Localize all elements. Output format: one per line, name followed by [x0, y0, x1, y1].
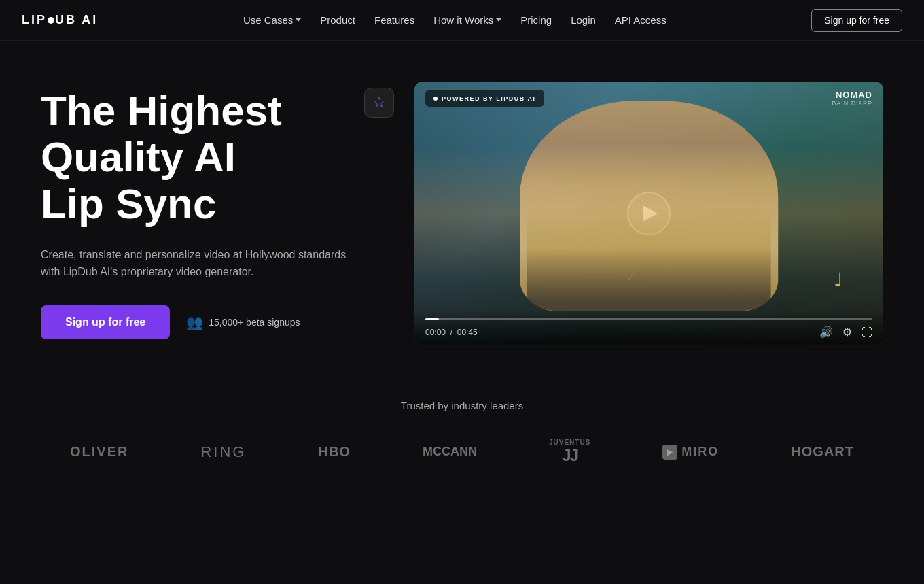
video-controls-right: 🔊 ⚙ ⛶ [819, 326, 872, 339]
video-controls: 00:00 / 00:45 🔊 ⚙ ⛶ [414, 310, 883, 345]
people-icon: 👥 [186, 314, 203, 330]
hero-cta-row: Sign up for free 👥 15,000+ beta signups [41, 305, 367, 339]
hero-section: The Highest Quality AI Lip Sync Create, … [0, 41, 924, 373]
brand-miro: ▶ miro [633, 445, 748, 460]
chevron-down-icon [496, 18, 501, 22]
nav-item-pricing[interactable]: Pricing [520, 14, 552, 26]
miro-icon: ▶ [662, 445, 677, 460]
star-icon: ☆ [372, 94, 386, 111]
brand-mccann: McCANN [393, 445, 506, 459]
brand-hogart: HOGART [762, 444, 883, 460]
video-background [414, 82, 883, 345]
signups-badge: 👥 15,000+ beta signups [186, 314, 300, 330]
nav-item-features[interactable]: Features [374, 14, 414, 26]
video-jacket-area [527, 206, 771, 311]
nav-item-how-it-works[interactable]: How it Works [433, 14, 501, 26]
hero-title: The Highest Quality AI Lip Sync [41, 88, 367, 227]
hero-description: Create, translate and personalize video … [41, 246, 367, 281]
brand-juventus: JUVENTUS JJ [520, 439, 620, 465]
volume-icon[interactable]: 🔊 [819, 326, 833, 339]
nomad-badge-container: NOMAD BAIN D'APP [832, 90, 872, 107]
settings-icon[interactable]: ⚙ [842, 326, 852, 339]
brands-row: OLIVER ring HBO McCANN JUVENTUS JJ ▶ mir… [41, 439, 883, 465]
star-badge: ☆ [364, 88, 394, 118]
nav-item-product[interactable]: Product [320, 14, 355, 26]
nav-signup-button[interactable]: Sign up for free [811, 9, 902, 32]
brand-ring: ring [171, 443, 275, 461]
nomad-label: NOMAD [836, 90, 872, 100]
main-nav: LIPUB AI Use Cases Product Features How … [0, 0, 924, 41]
nav-links: Use Cases Product Features How it Works … [243, 14, 667, 26]
video-timestamp: 00:00 / 00:45 [425, 328, 478, 337]
trusted-section: Trusted by industry leaders OLIVER ring … [0, 373, 924, 506]
chevron-down-icon [296, 18, 301, 22]
nav-item-login[interactable]: Login [571, 14, 596, 26]
video-progress-fill [425, 318, 439, 320]
video-controls-row: 00:00 / 00:45 🔊 ⚙ ⛶ [425, 326, 872, 339]
brand-logo[interactable]: LIPUB AI [22, 13, 98, 27]
badge-dot [433, 97, 438, 101]
trusted-heading: Trusted by industry leaders [41, 400, 883, 411]
hero-signup-button[interactable]: Sign up for free [41, 305, 170, 339]
nav-item-api[interactable]: API Access [615, 14, 667, 26]
hero-video-panel[interactable]: POWERED BY LIPDUB AI NOMAD BAIN D'APP ♩ … [414, 82, 883, 345]
nav-item-use-cases[interactable]: Use Cases [243, 14, 301, 26]
video-progress-bar[interactable] [425, 318, 872, 320]
brand-hbo: HBO [289, 444, 379, 460]
brand-oliver: OLIVER [41, 444, 158, 460]
nomad-sub-label: BAIN D'APP [832, 100, 872, 107]
video-lipdub-badge: POWERED BY LIPDUB AI [425, 90, 544, 107]
fullscreen-icon[interactable]: ⛶ [861, 326, 872, 339]
hero-left: The Highest Quality AI Lip Sync Create, … [41, 88, 367, 339]
music-note-right-icon: ♩ [834, 269, 842, 291]
